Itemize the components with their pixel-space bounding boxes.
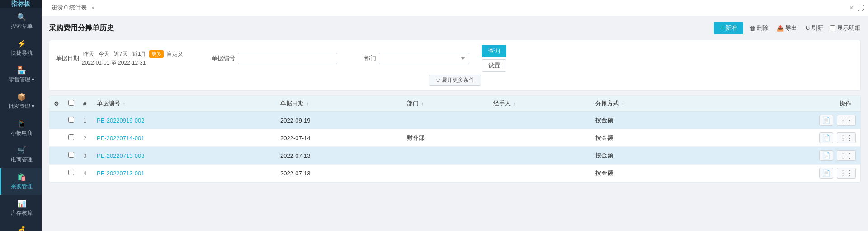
more-icon-1[interactable]: ⋮⋮ [837,132,856,143]
doc-no-link-3[interactable]: PE-20220713-001 [97,170,145,177]
th-check [64,96,79,112]
td-docdate-2: 2022-07-13 [276,147,402,165]
doc-no-label: 单据编号 [212,54,235,62]
row-checkbox-1[interactable] [68,134,74,140]
td-rownum-3: 4 [79,165,92,182]
sidebar-item-inventory[interactable]: 📊 库存核算 [0,195,42,222]
show-columns-toggle[interactable]: 显示明细 [830,24,861,32]
row-checkbox-0[interactable] [68,117,74,123]
doc-no-link-0[interactable]: PE-20220919-002 [97,117,145,124]
expand-more-row: ▽ 展开更多条件 [56,75,854,86]
more-icon-0[interactable]: ⋮⋮ [837,115,856,126]
tab-bar-actions: × ⛶ [849,4,864,12]
view-icon-1[interactable]: 📄 [819,132,833,143]
tab-incoming-stat[interactable]: 进货单统计表× [45,0,118,16]
sidebar-icon-quick-nav: ⚡ [3,39,40,48]
chevron-down-icon: ▽ [436,77,440,84]
th-split-method[interactable]: 分摊方式 ↕ [591,96,712,112]
select-all-checkbox[interactable] [68,100,74,106]
td-splitmethod-0: 按金额 [591,112,712,129]
th-department[interactable]: 部门 ↕ [402,96,489,112]
row-checkbox-3[interactable] [68,170,74,175]
shortcut-today[interactable]: 今天 [97,50,111,58]
page-title: 采购费用分摊单历史 [49,24,114,33]
export-button[interactable]: 📤 导出 [775,23,799,33]
add-button[interactable]: + 新增 [714,22,743,34]
maximize-icon[interactable]: ⛶ [857,4,864,12]
row-checkbox-2[interactable] [68,152,74,158]
shortcut-7days[interactable]: 近7天 [113,50,129,58]
tab-close-incoming-stat[interactable]: × [91,5,94,10]
date-filter-label: 单据日期 [56,54,79,62]
td-actions-1: 📄 ⋮⋮ [712,129,860,147]
expand-more-button[interactable]: ▽ 展开更多条件 [429,75,481,86]
shortcut-yesterday[interactable]: 昨天 [82,50,95,58]
table-row: 4 PE-20220713-001 2022-07-13 按金额 📄 ⋮⋮ [49,165,860,182]
th-doc-date[interactable]: 单据日期 ↕ [276,96,402,112]
sidebar-label-retail: 零售管理 ▾ [3,76,40,84]
data-table: ⚙ # 单据编号 ↕ 单据日期 ↕ 部门 ↕ 经手人 ↕ 分摊方式 ↕ 操作 [49,96,860,182]
sidebar-label-wholesale: 批发管理 ▾ [3,103,40,110]
settings-button[interactable]: 设置 [482,59,506,72]
td-splitmethod-2: 按金额 [591,147,712,165]
date-shortcuts: 昨天 今天 近7天 近1月 更多 自定义 [82,50,184,58]
page-header: 采购费用分摊单历史 + 新增 🗑 删除 📤 导出 ↻ 刷新 显示明细 [49,22,861,34]
sidebar-item-retail[interactable]: 🏪 零售管理 ▾ [0,61,42,88]
view-icon-0[interactable]: 📄 [819,115,833,126]
refresh-button[interactable]: ↻ 刷新 [803,23,825,33]
shortcut-more[interactable]: 更多 [149,50,164,58]
doc-no-input[interactable] [238,53,337,64]
sidebar-icon-ecommerce: 🛒 [3,146,40,155]
td-check-0 [64,112,79,129]
filter-row: 单据日期 昨天 今天 近7天 近1月 更多 自定义 2022-01-01 至 2… [56,45,854,72]
sidebar-icon-retail: 🏪 [3,66,40,75]
sidebar-icon-finance: 💰 [3,226,40,231]
view-icon-2[interactable]: 📄 [819,150,833,161]
td-docdate-0: 2022-09-19 [276,112,402,129]
td-rownum-1: 2 [79,129,92,147]
main-content: 首页采购订单统计表×进货单统计表×采购订单执行表×采购费用分摊单历史× × ⛶ … [42,0,868,231]
sidebar-item-search[interactable]: 🔍 搜索菜单 [0,8,42,35]
th-handler[interactable]: 经手人 ↕ [489,96,591,112]
sort-dept-icon: ↕ [421,101,424,106]
more-icon-3[interactable]: ⋮⋮ [837,168,856,179]
th-doc-no[interactable]: 单据编号 ↕ [92,96,276,112]
table-container: ⚙ # 单据编号 ↕ 单据日期 ↕ 部门 ↕ 经手人 ↕ 分摊方式 ↕ 操作 [49,95,861,183]
table-row: 1 PE-20220919-002 2022-09-19 按金额 📄 ⋮⋮ [49,112,860,129]
department-select[interactable] [379,53,469,64]
date-filter-col: 昨天 今天 近7天 近1月 更多 自定义 2022-01-01 至 2022-1… [82,50,184,67]
shortcut-custom[interactable]: 自定义 [165,50,184,58]
sidebar-item-quick-nav[interactable]: ⚡ 快捷导航 [0,35,42,61]
sidebar-item-ecommerce[interactable]: 🛒 电商管理 [0,141,42,168]
header-actions: + 新增 🗑 删除 📤 导出 ↻ 刷新 显示明细 [714,22,861,34]
query-button[interactable]: 查询 [482,45,506,57]
doc-no-link-2[interactable]: PE-20220713-003 [97,152,145,159]
shortcut-1month[interactable]: 近1月 [131,50,148,58]
td-docno-2: PE-20220713-003 [92,147,276,165]
td-rownum-2: 3 [79,147,92,165]
sort-doc-date-icon: ↕ [307,101,309,106]
sort-handler-icon: ↕ [513,101,516,106]
delete-button[interactable]: 🗑 删除 [748,23,770,33]
sidebar-item-finance[interactable]: 💰 资金管理 [0,222,42,231]
sidebar-item-micro-shop[interactable]: 📱 小畅电商 [0,115,42,141]
show-columns-checkbox[interactable] [830,25,835,31]
sidebar-logo: 指标板 [0,0,42,8]
td-gear-1 [49,129,64,147]
more-icon-2[interactable]: ⋮⋮ [837,150,856,161]
td-check-1 [64,129,79,147]
close-window-icon[interactable]: × [849,4,854,12]
department-filter: 部门 [364,53,469,64]
sidebar-icon-wholesale: 📦 [3,93,40,101]
view-icon-3[interactable]: 📄 [819,168,833,179]
td-handler-1 [489,129,591,147]
td-docdate-1: 2022-07-14 [276,129,402,147]
doc-no-filter: 单据编号 [212,53,337,64]
td-dept-1: 财务部 [402,129,489,147]
sidebar-item-wholesale[interactable]: 📦 批发管理 ▾ [0,88,42,115]
sidebar-item-purchase[interactable]: 🛍️ 采购管理 [0,168,42,195]
doc-no-link-1[interactable]: PE-20220714-001 [97,135,145,141]
th-gear[interactable]: ⚙ [49,96,64,112]
tab-bar: 首页采购订单统计表×进货单统计表×采购订单执行表×采购费用分摊单历史× × ⛶ [42,0,868,16]
td-handler-3 [489,165,591,182]
